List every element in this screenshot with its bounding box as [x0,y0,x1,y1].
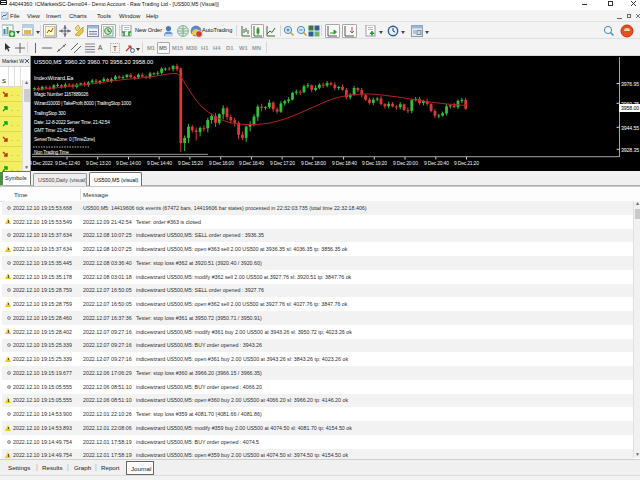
svg-text:T: T [113,45,118,52]
